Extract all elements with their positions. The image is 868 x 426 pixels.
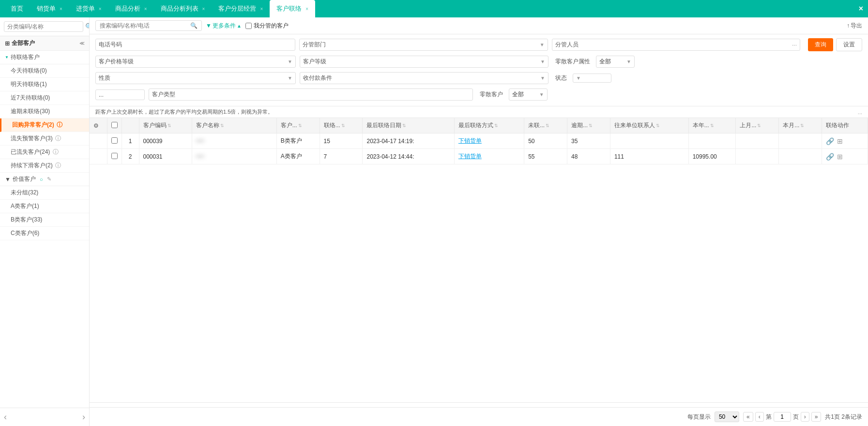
sidebar-right-arrow[interactable]: › <box>82 412 85 422</box>
row-action-link[interactable]: 🔗 <box>826 153 834 161</box>
status-field[interactable]: 状态 ▼ <box>552 72 800 84</box>
retail-select[interactable]: 全部 ▼ <box>509 88 548 101</box>
nav-customer-segment[interactable]: 客户分层经营 × <box>212 0 270 17</box>
my-customers-checkbox[interactable]: 我分管的客户 <box>245 22 289 30</box>
th-uncontacted[interactable]: 未联... ⇅ <box>524 118 567 133</box>
query-btn[interactable]: 查询 <box>808 38 833 51</box>
payment-field[interactable]: 收付款条件 ▼ <box>300 72 548 84</box>
nav-customer-contact[interactable]: 客户联络 × <box>270 0 315 17</box>
sort-icon-date: ⇅ <box>402 123 406 128</box>
th-this-month[interactable]: 本月... ⇅ <box>779 118 822 133</box>
sidebar-pending-7days[interactable]: 近7天待联络(0) <box>0 91 89 105</box>
sort-icon-name: ⇅ <box>220 123 224 128</box>
data-table: ⚙ 客户编码 ⇅ <box>90 118 868 164</box>
settings-icon[interactable]: ⚙ <box>93 122 99 129</box>
row-checkbox[interactable] <box>111 137 118 144</box>
row-checkbox-cell[interactable] <box>107 133 122 149</box>
prev-page-btn[interactable]: ‹ <box>755 412 764 422</box>
customer-type-field[interactable]: 客户类型 <box>149 88 473 101</box>
first-page-btn[interactable]: « <box>743 412 753 422</box>
main-search-icon[interactable]: 🔍 <box>190 22 198 29</box>
th-last-method[interactable]: 最后联络方式 ⇅ <box>454 118 524 133</box>
row-action-link[interactable]: 🔗 <box>826 137 834 145</box>
sidebar-pending-today[interactable]: 今天待联络(0) <box>0 64 89 78</box>
th-code[interactable]: 客户编码 ⇅ <box>139 118 192 133</box>
sidebar-lost-warning[interactable]: 流失预警客户(3) ⓘ <box>0 132 89 146</box>
nav-sales-close[interactable]: × <box>60 6 62 12</box>
nav-customer-segment-close[interactable]: × <box>260 6 263 12</box>
current-page-input[interactable] <box>774 412 791 422</box>
sidebar-class-a[interactable]: A类客户(1) <box>0 200 89 213</box>
tooltip-more-dots[interactable]: ... <box>858 109 862 115</box>
select-all-checkbox[interactable] <box>111 122 118 128</box>
grade-field[interactable]: 客户等级 ▼ <box>300 56 548 68</box>
th-name[interactable]: 客户名称 ⇅ <box>192 118 276 133</box>
th-overdue[interactable]: 逾期... ⇅ <box>567 118 610 133</box>
tooltip-bar: 距客户上次交易时长，超过了此客户的平均交易周期的1.5倍，则视为异常。 ... <box>90 106 868 118</box>
sidebar-pending-group[interactable]: ▼ 待联络客户 <box>0 51 89 64</box>
row-checkbox[interactable] <box>111 153 118 159</box>
sidebar-already-lost[interactable]: 已流失客户(24) ⓘ <box>0 146 89 159</box>
next-page-btn[interactable]: › <box>801 412 809 422</box>
export-icon: ↑ <box>847 22 850 29</box>
sidebar-search-icon[interactable]: 🔍 <box>85 23 90 30</box>
retail-attr-field[interactable]: 零散客户属性 全部 ▼ <box>552 54 800 69</box>
close-all-tabs[interactable]: × <box>859 4 863 13</box>
nav-product-list-close[interactable]: × <box>202 6 205 12</box>
table-area: ⚙ 客户编码 ⇅ <box>90 118 868 402</box>
row-checkbox-cell[interactable] <box>107 149 122 164</box>
gender-field[interactable]: 性质 ▼ <box>95 72 296 84</box>
row-action-grid[interactable]: ⊞ <box>837 153 843 161</box>
retail-customer-field[interactable]: 零散客户 全部 ▼ <box>477 87 800 102</box>
nav-product-list[interactable]: 商品分析列表 × <box>154 0 212 17</box>
th-type[interactable]: 客户... ⇅ <box>276 118 320 133</box>
dots-field[interactable]: ... <box>95 89 145 100</box>
sidebar-declining[interactable]: 持续下滑客户(2) ⓘ <box>0 159 89 173</box>
sidebar-all-customers[interactable]: ⊞ 全部客户 ≪ <box>0 36 89 51</box>
nav-home[interactable]: 首页 <box>4 0 30 17</box>
th-last-month[interactable]: 上月... ⇅ <box>736 118 779 133</box>
price-grade-field[interactable]: 客户价格等级 ▼ <box>95 56 296 68</box>
row-last-method[interactable]: 下销货单 <box>454 149 524 164</box>
retail-attr-select[interactable]: 全部 ▼ <box>596 56 635 68</box>
nav-customer-contact-close[interactable]: × <box>305 6 308 12</box>
row-action-grid[interactable]: ⊞ <box>837 137 843 145</box>
sidebar-value-group[interactable]: ▼ 价值客户 ○ ✎ <box>0 173 89 186</box>
last-page-btn[interactable]: » <box>811 412 822 422</box>
person-field[interactable]: 分管人员 ··· <box>552 39 800 51</box>
th-checkbox[interactable] <box>107 118 122 133</box>
adv-filter-row2: 客户价格等级 ▼ 客户等级 ▼ 零散客户属性 全部 ▼ <box>95 54 862 69</box>
row-last-method[interactable]: 下销货单 <box>454 133 524 149</box>
th-settings[interactable]: ⚙ <box>90 118 107 133</box>
sidebar-ungrouped[interactable]: 未分组(32) <box>0 186 89 200</box>
nav-product-analysis-close[interactable]: × <box>144 6 147 12</box>
sidebar-pending-overdue[interactable]: 逾期未联络(30) <box>0 105 89 118</box>
status-select[interactable]: ▼ <box>573 73 611 83</box>
export-btn[interactable]: ↑ 导出 <box>847 22 862 30</box>
person-more-icon[interactable]: ··· <box>792 42 797 48</box>
th-partner[interactable]: 往来单位联系人 ⇅ <box>610 118 688 133</box>
nav-purchase[interactable]: 进货单 × <box>69 0 108 17</box>
phone-field[interactable]: 电话号码 <box>95 39 295 51</box>
nav-sales[interactable]: 销货单 × <box>30 0 69 17</box>
sidebar-repurchase-abnormal[interactable]: 回购异常客户(2) ⓘ <box>0 118 89 132</box>
top-navigation: 首页 销货单 × 进货单 × 商品分析 × 商品分析列表 × 客户分层经营 × … <box>0 0 868 17</box>
sidebar-left-arrow[interactable]: ‹ <box>4 412 7 422</box>
more-conditions-btn[interactable]: ▼ 更多条件 ▲ <box>206 22 242 30</box>
sidebar-class-b[interactable]: B类客户(33) <box>0 213 89 227</box>
sidebar-pending-tomorrow[interactable]: 明天待联络(1) <box>0 78 89 91</box>
my-customers-check[interactable] <box>245 23 252 29</box>
main-search-input[interactable] <box>100 22 188 29</box>
nav-product-analysis[interactable]: 商品分析 × <box>108 0 154 17</box>
sidebar-search-input[interactable] <box>4 21 83 32</box>
per-page-select[interactable]: 10 20 50 100 <box>715 411 739 422</box>
nav-purchase-close[interactable]: × <box>99 6 102 12</box>
th-last-date[interactable]: 最后联络日期 ⇅ <box>363 118 454 133</box>
dept-field[interactable]: 分管部门 ▼ <box>299 39 548 51</box>
th-this-year[interactable]: 本年... ⇅ <box>688 118 736 133</box>
setting-btn[interactable]: 设置 <box>836 38 862 51</box>
horizontal-scrollbar[interactable] <box>90 402 868 407</box>
th-contact[interactable]: 联络... ⇅ <box>320 118 363 133</box>
sidebar-class-c[interactable]: C类客户(6) <box>0 227 89 240</box>
sidebar-collapse-btn[interactable]: ≪ <box>79 41 84 46</box>
